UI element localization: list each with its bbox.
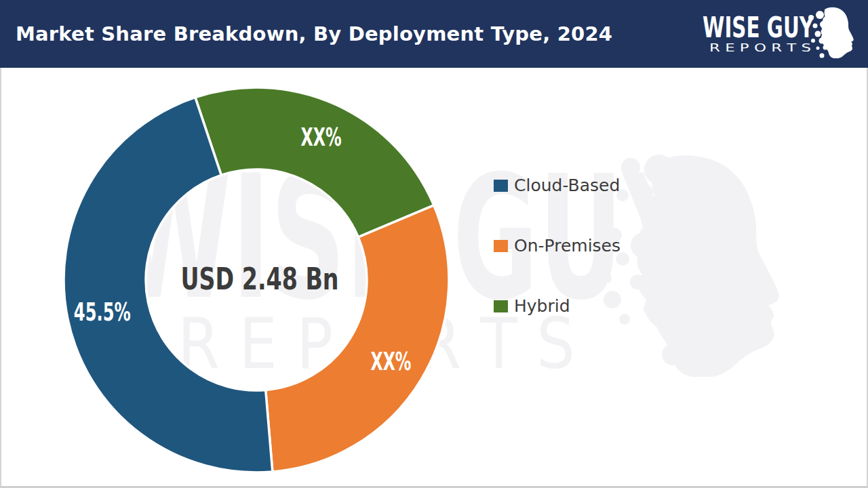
segment-value-label: XX% (301, 122, 342, 152)
legend-label: Hybrid (514, 297, 570, 316)
logo-wordmark: WISE GUY (703, 11, 814, 44)
report-card: WISE GUY R E P O R T S XX%XX%45.5% USD 2… (0, 0, 868, 488)
legend-label: On-Premises (514, 237, 620, 256)
legend-item-cloud-based: Cloud-Based (494, 176, 620, 195)
legend-swatch-on-premises (494, 240, 508, 252)
page-title: Market Share Breakdown, By Deployment Ty… (0, 22, 612, 45)
legend-swatch-hybrid (494, 300, 508, 312)
legend-item-hybrid: Hybrid (494, 297, 620, 316)
segment-value-label: XX% (370, 346, 411, 376)
face-profile-watermark (637, 155, 779, 377)
wise-guy-logo: WISE GUY R E P O R T S (703, 4, 859, 64)
segment-value-label: 45.5% (74, 297, 131, 327)
legend-label: Cloud-Based (514, 176, 620, 195)
logo-face-icon (821, 7, 854, 58)
chart-legend: Cloud-Based On-Premises Hybrid (494, 176, 620, 357)
header-bar: Market Share Breakdown, By Deployment Ty… (0, 0, 868, 68)
donut-chart: WISE GUY R E P O R T S XX%XX%45.5% USD 2… (0, 0, 868, 488)
legend-item-on-premises: On-Premises (494, 237, 620, 256)
donut-center-value: USD 2.48 Bn (181, 262, 339, 296)
logo-subtext: R E P O R T S (709, 41, 811, 54)
legend-swatch-cloud-based (494, 180, 508, 192)
